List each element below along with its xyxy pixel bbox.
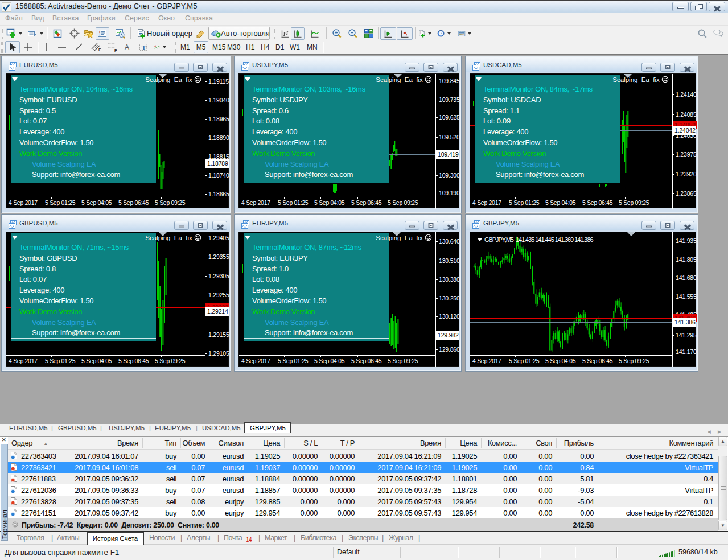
svg-text:A: A: [125, 43, 129, 51]
svg-text:F: F: [114, 48, 117, 52]
svg-text:T: T: [142, 44, 146, 51]
svg-text:E: E: [98, 48, 101, 52]
